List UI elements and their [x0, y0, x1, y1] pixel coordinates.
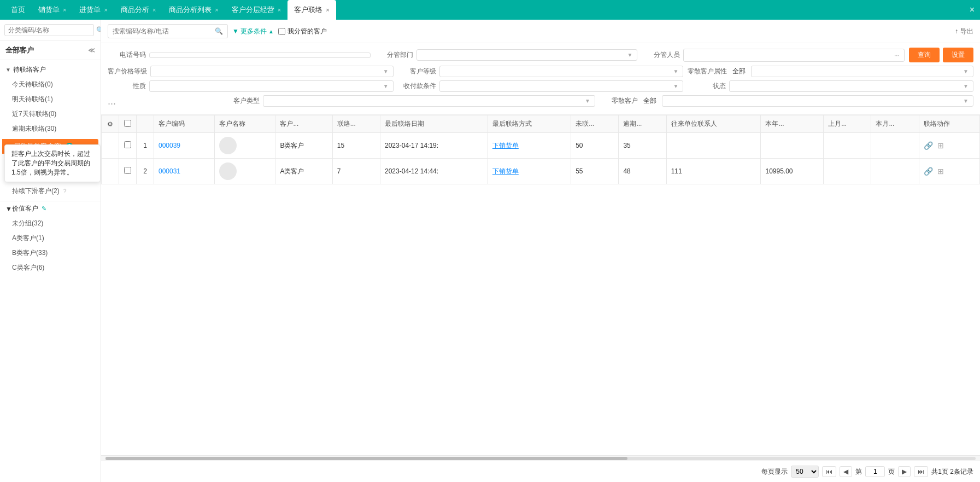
setting-button[interactable]: 设置: [943, 48, 973, 62]
row-name-0[interactable]: [215, 133, 275, 159]
table-row: 2 000031 A类客户 7 2023-04-12 14:44: 下销货单 5…: [102, 159, 980, 184]
phone-input[interactable]: [149, 53, 371, 58]
filter-cell-more: ...: [108, 96, 217, 106]
sidebar-item-today[interactable]: 今天待联络(0): [0, 77, 101, 92]
sidebar-item-class-a[interactable]: A类客户(1): [0, 231, 101, 246]
nav-tab-product-analysis[interactable]: 商品分析 ×: [114, 0, 162, 20]
nav-tab-sales[interactable]: 销货单 ×: [32, 0, 73, 20]
window-close-button[interactable]: ×: [970, 5, 975, 15]
close-customer-layering-icon[interactable]: ×: [278, 7, 281, 13]
row-code-0[interactable]: 000039: [154, 133, 215, 159]
action-link-icon-1[interactable]: 🔗: [924, 167, 933, 176]
filter-cell-status: 状态 ▼: [688, 80, 973, 92]
next-page-button[interactable]: ▶: [898, 466, 911, 477]
row-last-method-1[interactable]: 下销货单: [488, 159, 571, 184]
retail-attribute-input[interactable]: ▼: [751, 66, 973, 77]
sidebar-search-input[interactable]: [4, 24, 94, 36]
search-input[interactable]: [113, 27, 215, 35]
search-icon[interactable]: 🔍: [215, 27, 223, 35]
row-code-1[interactable]: 000031: [154, 159, 215, 184]
close-customer-contact-icon[interactable]: ×: [326, 7, 329, 13]
pending-contact-group[interactable]: ▼ 待联络客户: [0, 62, 101, 77]
row-contact-person-1: 111: [666, 159, 761, 184]
retail-customer-input[interactable]: ▼: [662, 95, 973, 107]
col-check[interactable]: [119, 115, 137, 133]
payment-input[interactable]: ▼: [439, 80, 684, 92]
more-filter-button[interactable]: ...: [108, 96, 116, 106]
sidebar-item-tomorrow[interactable]: 明天待联络(1): [0, 92, 101, 107]
sidebar-search-bar: 🔍: [0, 20, 101, 41]
nav-tab-customer-layering[interactable]: 客户分层经营 ×: [225, 0, 287, 20]
first-page-button[interactable]: ⏮: [822, 466, 836, 477]
sidebar-search-icon[interactable]: 🔍: [96, 26, 101, 34]
row-check-1[interactable]: [119, 159, 137, 184]
action-link-icon-0[interactable]: 🔗: [924, 141, 933, 150]
my-customer-checkbox-wrapper[interactable]: 我分管的客户: [278, 27, 327, 36]
row-no-contact-1: 55: [571, 159, 619, 184]
status-input[interactable]: ▼: [729, 80, 973, 92]
action-grid-icon-0[interactable]: ⊞: [937, 141, 944, 150]
manager-input[interactable]: ···: [683, 49, 905, 62]
last-page-button[interactable]: ⏭: [914, 466, 928, 477]
top-nav: 首页 销货单 × 进货单 × 商品分析 × 商品分析列表 × 客户分层经营 × …: [0, 0, 980, 20]
customer-level-input[interactable]: ▼: [439, 66, 684, 77]
col-settings[interactable]: ⚙: [102, 115, 119, 133]
action-grid-icon-1[interactable]: ⊞: [937, 167, 944, 176]
nav-tab-product-list[interactable]: 商品分析列表 ×: [162, 0, 225, 20]
close-product-list-icon[interactable]: ×: [215, 7, 218, 13]
row-contact-person-0: [666, 133, 761, 159]
sidebar-item-ungroup[interactable]: 未分组(32): [0, 216, 101, 231]
export-button[interactable]: ↑ 导出: [955, 27, 973, 36]
retail-attribute-chevron-icon: ▼: [963, 68, 969, 74]
row-last-month-0: [824, 133, 871, 159]
manager-more-icon[interactable]: ···: [894, 51, 900, 59]
scrollbar-track[interactable]: [105, 457, 976, 460]
my-customer-checkbox[interactable]: [278, 28, 285, 35]
nav-tab-customer-contact[interactable]: 客户联络 ×: [287, 0, 336, 20]
all-customers-label: 全部客户: [5, 45, 34, 55]
sidebar-item-7days[interactable]: 近7天待联络(0): [0, 107, 101, 121]
horizontal-scrollbar[interactable]: [101, 455, 980, 461]
filter-cell-retail-attribute: 零散客户属性 全部 ▼: [688, 66, 973, 77]
value-edit-icon[interactable]: ✎: [42, 205, 46, 212]
col-no-contact: 未联...: [571, 115, 619, 133]
dept-input[interactable]: ▼: [416, 49, 638, 61]
more-conditions-button[interactable]: ▼ 更多条件 ▲: [232, 27, 274, 36]
sidebar-header: 全部客户 ≪: [0, 41, 101, 60]
nav-tab-home[interactable]: 首页: [4, 0, 32, 20]
prev-page-button[interactable]: ◀: [840, 466, 852, 477]
sidebar-item-overdue[interactable]: 逾期未联络(30): [0, 121, 101, 136]
filter-bar: 🔍 ▼ 更多条件 ▲ 我分管的客户 ↑ 导出: [101, 20, 980, 43]
sidebar-item-declining[interactable]: 持续下滑客户(2) ?: [0, 184, 101, 199]
row-name-1[interactable]: [215, 159, 275, 184]
pending-arrow-icon: ▼: [5, 67, 11, 73]
declining-help-icon[interactable]: ?: [63, 188, 67, 194]
filter-actions: 查询 设置: [909, 48, 973, 62]
tooltip-box: 距客户上次交易时长，超过了此客户的平均交易周期的1.5倍，则视为异常。: [4, 144, 101, 182]
close-purchase-icon[interactable]: ×: [104, 7, 107, 13]
close-product-analysis-icon[interactable]: ×: [152, 7, 156, 13]
nav-tab-purchase[interactable]: 进货单 ×: [73, 0, 114, 20]
sidebar-item-class-b[interactable]: B类客户(33): [0, 246, 101, 260]
row-check-0[interactable]: [119, 133, 137, 159]
sidebar-collapse-button[interactable]: ≪: [88, 47, 95, 54]
close-sales-icon[interactable]: ×: [63, 7, 66, 13]
row-settings-0: [102, 133, 119, 159]
scrollbar-thumb[interactable]: [105, 457, 627, 460]
select-all-checkbox[interactable]: [124, 120, 131, 127]
customer-type-input[interactable]: ▼: [263, 95, 595, 107]
row-overdue-1: 48: [619, 159, 666, 184]
query-button[interactable]: 查询: [909, 48, 940, 62]
filter-cell-retail-customer: 零散客户 全部 ▼: [600, 95, 973, 107]
sidebar-item-class-c[interactable]: C类客户(6): [0, 260, 101, 275]
table-header-row: ⚙ 客户编码 客户名称 客户... 联络... 最后联络日期 最后联络方式 未联…: [102, 115, 980, 133]
page-number-input[interactable]: [865, 466, 885, 477]
value-customers-group[interactable]: ▼ 价值客户 ✎: [0, 201, 101, 216]
row-last-method-0[interactable]: 下销货单: [488, 133, 571, 159]
filter-row-3: 性质 ▼ 收付款条件 ▼ 状态: [108, 80, 973, 92]
page-size-select[interactable]: 50 100: [791, 466, 819, 478]
price-level-input[interactable]: ▼: [150, 66, 394, 77]
gender-input[interactable]: ▼: [149, 80, 394, 92]
filter-row-4: ... 客户类型 ▼ 零散客户 全部 ▼: [108, 95, 973, 107]
value-arrow-icon: ▼: [5, 205, 12, 213]
